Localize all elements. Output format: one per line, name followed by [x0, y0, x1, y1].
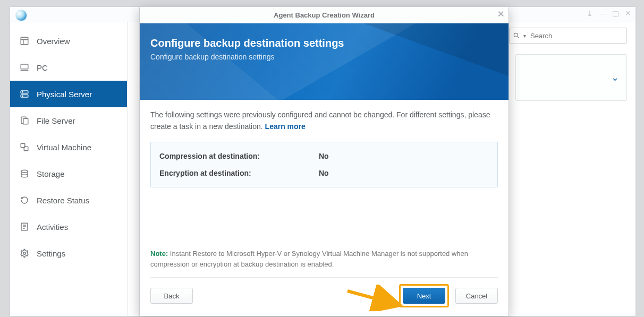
pc-icon: [20, 63, 29, 72]
dialog-header-title: Configure backup destination settings: [150, 37, 498, 49]
search-field[interactable]: [529, 31, 623, 40]
overview-icon: [20, 36, 29, 46]
wizard-dialog: Agent Backup Creation Wizard ✕ Configure…: [139, 6, 509, 316]
sidebar-item-label: Settings: [37, 249, 65, 258]
sidebar-item-file-server[interactable]: File Server: [10, 107, 127, 134]
sidebar-item-label: PC: [37, 63, 48, 72]
search-input[interactable]: ▾: [509, 28, 627, 44]
svg-rect-0: [21, 37, 28, 45]
gear-icon: [20, 249, 29, 258]
sidebar-item-activities[interactable]: Activities: [10, 213, 127, 240]
sidebar: Overview PC Physical Server File Server …: [10, 22, 128, 316]
sidebar-item-label: Storage: [37, 169, 65, 178]
dialog-body: The following settings were previously c…: [140, 100, 509, 249]
sidebar-item-label: Activities: [37, 222, 68, 232]
file-server-icon: [20, 116, 29, 125]
minimize-icon[interactable]: —: [598, 9, 607, 18]
dialog-title: Agent Backup Creation Wizard: [274, 11, 375, 19]
note-text: Instant Restore to Microsoft Hyper-V or …: [150, 250, 468, 268]
physical-server-icon: [20, 89, 29, 99]
next-button-highlight: Next: [399, 284, 449, 307]
window-controls: ⤓ — ▢ ✕: [586, 9, 632, 18]
sidebar-item-label: Restore Status: [37, 196, 89, 205]
sidebar-item-settings[interactable]: Settings: [10, 240, 127, 267]
svg-line-20: [517, 36, 519, 38]
activities-icon: [20, 222, 29, 232]
virtual-machine-icon: [20, 142, 29, 152]
chevron-down-icon[interactable]: ▾: [523, 33, 526, 39]
destination-settings-table: Compression at destination: No Encryptio…: [150, 142, 498, 187]
compression-label: Compression at destination:: [159, 152, 319, 160]
encryption-value: No: [319, 169, 329, 177]
dialog-note: Note: Instant Restore to Microsoft Hyper…: [140, 249, 509, 270]
dialog-description: The following settings were previously c…: [150, 109, 498, 132]
maximize-icon[interactable]: ▢: [611, 9, 620, 18]
svg-point-19: [514, 33, 518, 37]
encryption-label: Encryption at destination:: [159, 169, 319, 177]
sidebar-item-label: Physical Server: [37, 90, 92, 99]
svg-point-18: [23, 252, 26, 255]
sidebar-item-label: Virtual Machine: [37, 143, 91, 152]
compression-value: No: [319, 152, 329, 160]
app-logo-icon: [15, 10, 27, 21]
dialog-header: Configure backup destination settings Co…: [140, 23, 509, 100]
chevron-down-icon[interactable]: ⌄: [611, 72, 619, 83]
sidebar-item-restore-status[interactable]: Restore Status: [10, 187, 127, 213]
sidebar-item-virtual-machine[interactable]: Virtual Machine: [10, 134, 127, 160]
restore-status-icon: [20, 195, 29, 205]
table-row: Compression at destination: No: [154, 148, 494, 165]
close-icon[interactable]: ✕: [624, 9, 632, 18]
svg-rect-10: [23, 118, 28, 124]
close-icon[interactable]: ✕: [497, 10, 504, 19]
dialog-header-subtitle: Configure backup destination settings: [150, 53, 498, 61]
sidebar-item-label: File Server: [37, 116, 75, 125]
note-label: Note:: [150, 250, 168, 258]
svg-rect-3: [21, 64, 28, 69]
svg-point-13: [21, 170, 28, 173]
svg-point-7: [22, 92, 23, 92]
table-row: Encryption at destination: No: [154, 165, 494, 182]
sidebar-item-physical-server[interactable]: Physical Server: [10, 81, 127, 107]
sidebar-item-label: Overview: [37, 37, 70, 46]
learn-more-link[interactable]: Learn more: [265, 122, 306, 131]
back-button[interactable]: Back: [150, 288, 193, 304]
cancel-button[interactable]: Cancel: [455, 288, 498, 304]
sidebar-item-storage[interactable]: Storage: [10, 160, 127, 187]
dialog-buttons: Back Next Cancel: [140, 278, 509, 316]
dialog-titlebar[interactable]: Agent Backup Creation Wizard ✕: [140, 7, 509, 23]
storage-icon: [20, 169, 29, 178]
pin-icon[interactable]: ⤓: [586, 9, 594, 18]
sidebar-item-pc[interactable]: PC: [10, 54, 127, 81]
next-button[interactable]: Next: [403, 288, 445, 304]
sidebar-item-overview[interactable]: Overview: [10, 28, 127, 54]
collapsible-panel[interactable]: ⌄: [515, 54, 627, 101]
search-icon: [513, 32, 520, 39]
svg-point-8: [22, 96, 23, 96]
